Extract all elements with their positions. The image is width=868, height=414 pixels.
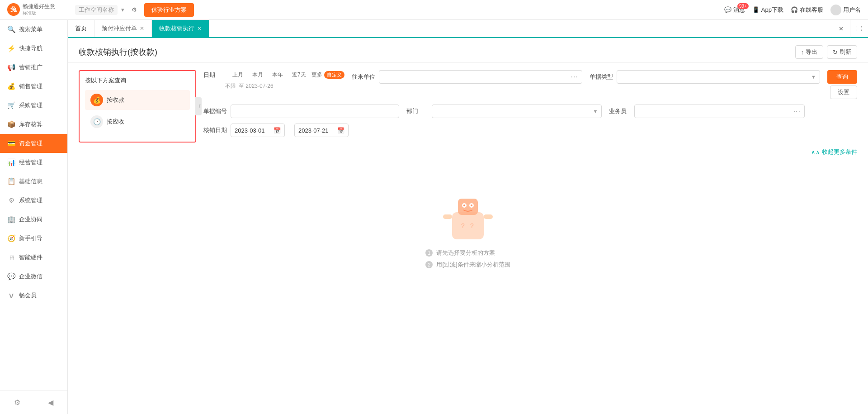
sidebar-item-finance[interactable]: 💳 资金管理: [0, 134, 67, 153]
verify-date-end-input[interactable]: 2023-07-21 📅: [294, 124, 349, 137]
sidebar-item-marketing[interactable]: 📢 营销推广: [0, 58, 67, 77]
last-7-days-btn[interactable]: 近7天: [288, 70, 310, 80]
workspace-dropdown-icon[interactable]: ▾: [121, 6, 124, 13]
doc-type-input[interactable]: ▼: [617, 70, 820, 84]
message-icon: 💬: [724, 6, 731, 13]
date-no-limit: 不限: [225, 82, 236, 90]
tab-collection-close[interactable]: ✕: [197, 25, 202, 32]
salesperson-label: 业务员: [609, 107, 631, 115]
doc-type-arrow-icon: ▼: [811, 74, 816, 80]
counterpart-label: 往来单位: [352, 73, 375, 81]
finance-icon: 💳: [7, 139, 15, 148]
tab-prepay-close[interactable]: ✕: [140, 25, 144, 32]
sidebar-item-hardware[interactable]: 🖥 智能硬件: [0, 248, 67, 267]
svg-text:?: ?: [461, 222, 465, 229]
gear-button[interactable]: ⚙: [128, 4, 141, 16]
export-button[interactable]: ↑ 导出: [795, 45, 824, 59]
filter-option-by-receivable[interactable]: 🕐 按应收: [85, 112, 190, 132]
query-button[interactable]: 查询: [827, 70, 857, 84]
salesperson-input[interactable]: ···: [634, 105, 805, 118]
tab-home-label: 首页: [75, 24, 87, 33]
counterpart-input[interactable]: ···: [379, 70, 582, 84]
sidebar-item-search-menu[interactable]: 🔍 搜索菜单: [0, 20, 67, 39]
last-month-btn[interactable]: 上月: [229, 70, 247, 80]
svg-point-5: [471, 205, 472, 206]
collapse-sidebar-button[interactable]: ◀: [44, 395, 57, 410]
sidebar-item-wechat[interactable]: 💬 企业微信: [0, 267, 67, 286]
online-service-button[interactable]: 🎧 在线客服: [791, 6, 823, 14]
filter-option-by-receipt[interactable]: 💰 按收款: [85, 90, 190, 110]
page-header: 收款核销执行(按收款) ↑ 导出 ↻ 刷新: [68, 38, 868, 63]
user-info[interactable]: 用户名: [830, 5, 861, 15]
main-content: 收款核销执行(按收款) ↑ 导出 ↻ 刷新 按以下方案查询 💰 按收款: [68, 38, 868, 414]
page-title: 收款核销执行(按收款): [79, 47, 157, 57]
form-row-2: 单据编号 部门 ▼ 业务员 ···: [203, 105, 857, 118]
svg-text:?: ?: [470, 222, 474, 229]
sidebar-item-quick-nav[interactable]: ⚡ 快捷导航: [0, 39, 67, 58]
sidebar-item-label: 采购管理: [19, 101, 42, 109]
logo-icon: 兔: [7, 3, 20, 16]
empty-tip-1: 1 请先选择要分析的方案: [425, 249, 510, 257]
sidebar-item-label: 基础信息: [19, 177, 42, 186]
sidebar-item-operation[interactable]: 📊 经营管理: [0, 153, 67, 172]
tab-bar-right: ✕ ⛶: [832, 20, 868, 37]
sidebar-item-enterprise[interactable]: 🏢 企业协同: [0, 210, 67, 229]
sidebar-item-sales[interactable]: 💰 销售管理: [0, 77, 67, 96]
this-year-btn[interactable]: 本年: [269, 70, 287, 80]
salesperson-dots-icon: ···: [793, 107, 801, 115]
sidebar-item-vip[interactable]: V 畅会员: [0, 286, 67, 305]
by-receivable-icon: 🕐: [90, 115, 103, 128]
tip-num-1: 1: [425, 249, 433, 257]
sidebar-item-label: 畅会员: [19, 291, 37, 300]
tab-bar: 首页 预付冲应付单 ✕ 收款核销执行 ✕ ✕ ⛶: [68, 20, 868, 38]
verify-date-start-input[interactable]: 2023-03-01 📅: [231, 124, 285, 137]
filter-collapse-button[interactable]: 《: [195, 97, 202, 115]
dept-input[interactable]: ▼: [432, 105, 602, 118]
calendar-start-icon[interactable]: 📅: [274, 127, 281, 134]
doc-no-label: 单据编号: [203, 107, 227, 115]
tab-collection[interactable]: 收款核销执行 ✕: [152, 20, 209, 37]
more-dates-btn[interactable]: 更多: [311, 71, 322, 79]
verify-date-label: 核销日期: [203, 126, 227, 134]
form-actions: 查询 设置: [827, 70, 857, 99]
by-receivable-label: 按应收: [107, 118, 124, 126]
sidebar-item-label: 智能硬件: [19, 253, 42, 262]
wechat-icon: 💬: [7, 272, 15, 281]
sidebar-item-label: 营销推广: [19, 63, 42, 71]
sidebar-item-basic[interactable]: 📋 基础信息: [0, 172, 67, 191]
sidebar-item-label: 销售管理: [19, 82, 42, 90]
filter-area: 按以下方案查询 💰 按收款 🕐 按应收 《 日期: [68, 63, 868, 146]
message-badge: 99+: [737, 3, 749, 9]
message-button[interactable]: 💬 消息 99+: [724, 6, 745, 14]
custom-date-badge: 自定义: [324, 71, 344, 79]
verify-date-start-value: 2023-03-01: [235, 127, 265, 134]
sidebar-item-inventory[interactable]: 📦 库存核算: [0, 115, 67, 134]
industry-button[interactable]: 休验行业方案: [144, 3, 194, 17]
tab-home[interactable]: 首页: [68, 20, 94, 37]
counterpart-group: 往来单位 ···: [352, 70, 582, 84]
sidebar-item-label: 搜索菜单: [19, 25, 42, 33]
sidebar-item-guide[interactable]: 🧭 新手引导: [0, 229, 67, 248]
app-logo: 兔 畅捷通好生意 标准版: [7, 3, 75, 16]
refresh-button[interactable]: ↻ 刷新: [827, 45, 857, 59]
refresh-icon: ↻: [833, 49, 838, 56]
sidebar-item-system[interactable]: ⚙ 系统管理: [0, 191, 67, 210]
calendar-end-icon[interactable]: 📅: [337, 127, 344, 134]
verify-date-range: 2023-03-01 📅 — 2023-07-21 📅: [231, 124, 349, 137]
sidebar-bottom: ⚙ ◀: [0, 390, 67, 414]
top-bar: 兔 畅捷通好生意 标准版 工作空间名称 ▾ ⚙ 休验行业方案 💬 消息 99+ …: [0, 0, 868, 20]
tab-expand-action[interactable]: ⛶: [850, 19, 868, 38]
doc-type-group: 单据类型 ▼: [590, 70, 820, 84]
verify-date-end-value: 2023-07-21: [298, 127, 329, 134]
doc-type-label: 单据类型: [590, 73, 613, 81]
doc-no-input[interactable]: [231, 105, 399, 118]
settings-bottom-button[interactable]: ⚙: [10, 395, 24, 410]
tab-close-action[interactable]: ✕: [832, 19, 850, 38]
this-month-btn[interactable]: 本月: [249, 70, 267, 80]
collapse-more-bar[interactable]: ∧∧ 收起更多条件: [68, 146, 868, 160]
sidebar-item-purchase[interactable]: 🛒 采购管理: [0, 96, 67, 115]
tab-prepay[interactable]: 预付冲应付单 ✕: [94, 20, 152, 37]
dept-arrow-icon: ▼: [593, 109, 598, 114]
settings-button[interactable]: 设置: [830, 86, 857, 99]
app-download-button[interactable]: 📱 App下载: [752, 6, 783, 14]
